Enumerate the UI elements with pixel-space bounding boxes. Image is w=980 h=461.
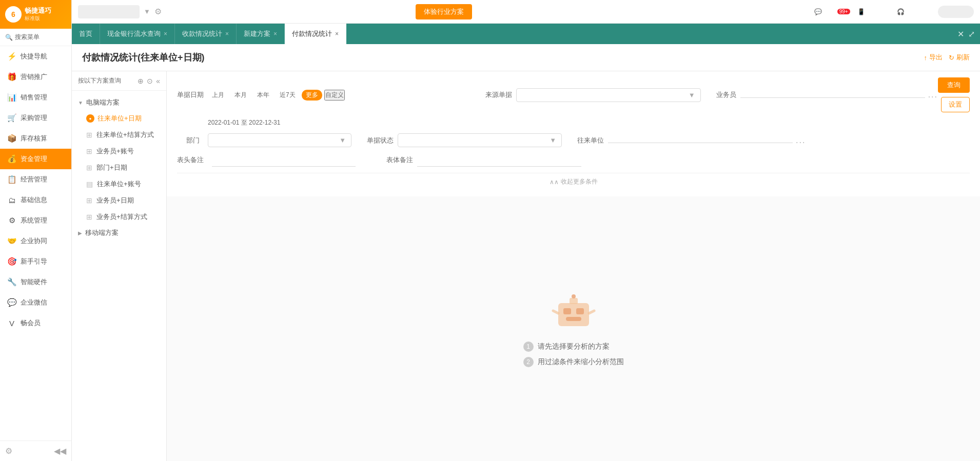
this-month-btn[interactable]: 本月 bbox=[230, 90, 251, 101]
scheme-group-mobile-header[interactable]: ▶ 移动端方案 bbox=[72, 225, 166, 240]
svg-rect-2 bbox=[576, 308, 584, 314]
header-note-field[interactable] bbox=[215, 156, 352, 164]
main-content: ▼ ⚙ 体验行业方案 💬 消息 99+ 📱 App下载 🎧 在线客服 首页 bbox=[72, 0, 980, 461]
dropdown-chevron-icon[interactable]: ▼ bbox=[144, 8, 150, 15]
trial-button[interactable]: 体验行业方案 bbox=[416, 4, 472, 19]
purchase-icon: 🛒 bbox=[7, 113, 16, 123]
close-payment-tab-icon[interactable]: × bbox=[335, 30, 339, 37]
body-note-input[interactable] bbox=[417, 153, 581, 167]
source-select[interactable]: ▼ bbox=[516, 88, 701, 102]
table-scheme-icon-3: ⊞ bbox=[86, 164, 92, 172]
custom-date-btn[interactable]: 自定义 bbox=[324, 90, 345, 101]
export-button[interactable]: ↑ 导出 bbox=[924, 53, 943, 62]
online-service-action[interactable]: 🎧 在线客服 bbox=[897, 7, 931, 16]
collapse-schemes-icon[interactable]: « bbox=[156, 77, 160, 85]
add-scheme-icon[interactable]: ⊕ bbox=[138, 77, 144, 85]
sidebar-logo: 6 bbox=[5, 6, 22, 23]
counterpart-dots[interactable]: ... bbox=[796, 136, 806, 145]
scheme-item-label: 往来单位+账号 bbox=[97, 179, 141, 189]
collapse-conditions-btn[interactable]: ∧∧ 收起更多条件 bbox=[177, 173, 970, 190]
settings-footer-icon[interactable]: ⚙ bbox=[5, 446, 12, 456]
empty-tip-1: 1 请先选择要分析的方案 bbox=[523, 342, 624, 352]
filter-settings-button[interactable]: 设置 bbox=[941, 97, 970, 112]
sidebar-item-finance[interactable]: 💰 资金管理 bbox=[0, 149, 71, 169]
scheme-item-salesman-settle[interactable]: ⊞ 业务员+结算方式 bbox=[72, 209, 166, 225]
close-receive-tab-icon[interactable]: × bbox=[225, 30, 229, 37]
filter-section: 单据日期 上月 本月 本年 近7天 更多 自定义 来源单据 ▼ bbox=[167, 71, 980, 196]
app-download-action[interactable]: 📱 App下载 bbox=[857, 7, 890, 16]
tab-new-plan[interactable]: 新建方案 × bbox=[237, 24, 285, 44]
sidebar-item-hardware[interactable]: 🔧 智能硬件 bbox=[0, 272, 71, 292]
close-all-tabs-icon[interactable]: ✕ bbox=[957, 29, 964, 39]
table-scheme-icon-5: ⊞ bbox=[86, 196, 92, 205]
empty-tips: 1 请先选择要分析的方案 2 用过滤条件来缩小分析范围 bbox=[523, 342, 624, 367]
tab-home[interactable]: 首页 bbox=[72, 24, 100, 44]
scheme-item-counterpart-date[interactable]: ● 往来单位+日期 bbox=[72, 110, 166, 127]
sidebar-item-enterprise[interactable]: 🤝 企业协同 bbox=[0, 231, 71, 251]
close-bank-tab-icon[interactable]: × bbox=[164, 30, 167, 37]
sidebar-item-sales[interactable]: 📊 销售管理 bbox=[0, 87, 71, 108]
user-avatar[interactable] bbox=[938, 6, 974, 18]
sidebar-item-inventory[interactable]: 📦 库存核算 bbox=[0, 128, 71, 149]
fullscreen-icon[interactable]: ⤢ bbox=[968, 29, 975, 39]
scheme-item-counterpart-account[interactable]: ▤ 往来单位+账号 bbox=[72, 176, 166, 192]
settings-scheme-icon[interactable]: ⊙ bbox=[147, 77, 153, 85]
sidebar-item-member[interactable]: V 畅会员 bbox=[0, 313, 71, 333]
scheme-group-desktop-header[interactable]: ▼ 电脑端方案 bbox=[72, 95, 166, 110]
svg-rect-4 bbox=[570, 298, 578, 304]
status-select[interactable]: ▼ bbox=[398, 133, 562, 147]
more-date-btn[interactable]: 更多 bbox=[302, 90, 322, 101]
salesman-input[interactable] bbox=[740, 92, 925, 98]
wechat-icon: 💬 bbox=[7, 298, 16, 307]
sidebar-item-operation[interactable]: 📋 经营管理 bbox=[0, 169, 71, 190]
collapse-sidebar-icon[interactable]: ◀◀ bbox=[54, 446, 66, 456]
scheme-item-dept-date[interactable]: ⊞ 部门+日期 bbox=[72, 159, 166, 176]
svg-point-5 bbox=[572, 294, 576, 298]
last7-btn[interactable]: 近7天 bbox=[276, 90, 300, 101]
sidebar-item-label: 经营管理 bbox=[21, 175, 47, 184]
sidebar-item-guide[interactable]: 🎯 新手引导 bbox=[0, 251, 71, 272]
counterpart-input[interactable] bbox=[608, 137, 793, 143]
payment-tab-label: 付款情况统计 bbox=[292, 29, 332, 38]
message-action[interactable]: 💬 消息 99+ bbox=[814, 7, 850, 16]
tab-receive[interactable]: 收款情况统计 × bbox=[175, 24, 237, 44]
guide-icon: 🎯 bbox=[7, 257, 16, 266]
sales-icon: 📊 bbox=[7, 93, 16, 102]
sidebar-item-system[interactable]: ⚙ 系统管理 bbox=[0, 210, 71, 231]
sidebar-item-label: 企业微信 bbox=[21, 298, 47, 307]
filter-line-2: 部门 ▼ 单据状态 ▼ 往来单位 .. bbox=[177, 133, 970, 147]
home-tab-label: 首页 bbox=[79, 29, 92, 38]
sidebar-item-wechat[interactable]: 💬 企业微信 bbox=[0, 292, 71, 313]
tab-payment[interactable]: 付款情况统计 × bbox=[285, 24, 346, 44]
dept-select[interactable]: ▼ bbox=[208, 133, 351, 147]
refresh-button[interactable]: ↻ 刷新 bbox=[949, 53, 970, 62]
schemes-header-actions: ⊕ ⊙ « bbox=[138, 77, 160, 85]
sidebar-item-label: 库存核算 bbox=[21, 134, 47, 143]
scheme-item-salesman-date[interactable]: ⊞ 业务员+日期 bbox=[72, 192, 166, 209]
empty-tip-1-label: 请先选择要分析的方案 bbox=[538, 342, 610, 351]
group-expand-icon: ▼ bbox=[78, 100, 83, 106]
query-button[interactable]: 查询 bbox=[938, 77, 970, 93]
sidebar-search-menu[interactable]: 🔍 搜索菜单 bbox=[0, 29, 71, 46]
sidebar-item-quick-nav[interactable]: ⚡ 快捷导航 bbox=[0, 46, 71, 67]
salesman-dots[interactable]: ... bbox=[928, 90, 938, 99]
tab-bank[interactable]: 现金银行流水查询 × bbox=[100, 24, 175, 44]
page-actions: ↑ 导出 ↻ 刷新 bbox=[924, 53, 970, 62]
last-month-btn[interactable]: 上月 bbox=[208, 90, 228, 101]
header-settings-icon[interactable]: ⚙ bbox=[154, 7, 162, 16]
scheme-group-desktop: ▼ 电脑端方案 ● 往来单位+日期 ⊞ 往来单位+结算方式 ⊞ 业务员+账号 bbox=[72, 95, 166, 225]
this-year-btn[interactable]: 本年 bbox=[253, 90, 273, 101]
close-new-plan-tab-icon[interactable]: × bbox=[273, 30, 277, 37]
date-filter-label: 单据日期 bbox=[177, 90, 208, 99]
header-note-input[interactable] bbox=[212, 153, 356, 167]
scheme-item-salesman-account[interactable]: ⊞ 业务员+账号 bbox=[72, 143, 166, 159]
body-note-field[interactable] bbox=[420, 156, 578, 164]
sidebar-item-purchase[interactable]: 🛒 采购管理 bbox=[0, 108, 71, 128]
scheme-item-label: 部门+日期 bbox=[96, 163, 127, 172]
app-header-left: ▼ ⚙ bbox=[78, 5, 411, 18]
scheme-item-counterpart-settle[interactable]: ⊞ 往来单位+结算方式 bbox=[72, 127, 166, 143]
sidebar-item-marketing[interactable]: 🎁 营销推广 bbox=[0, 67, 71, 87]
sidebar-subtitle: 标准版 bbox=[25, 15, 51, 22]
sidebar-item-basic[interactable]: 🗂 基础信息 bbox=[0, 190, 71, 210]
sidebar-item-label: 企业协同 bbox=[21, 236, 47, 246]
